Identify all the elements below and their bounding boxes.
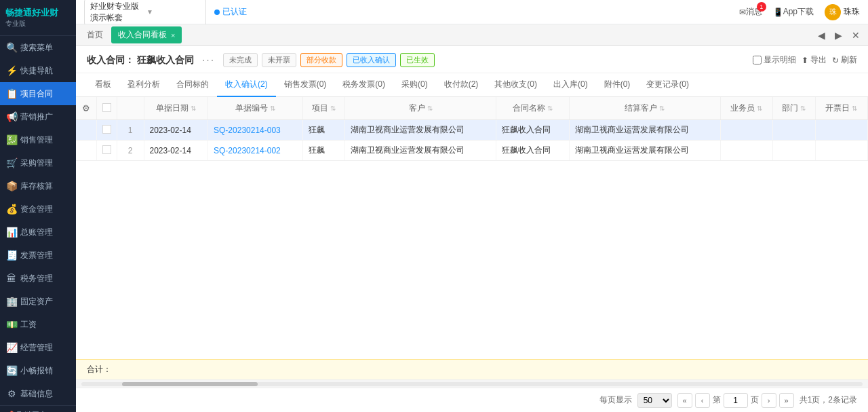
sidebar-label-9: 发票管理 <box>20 250 53 261</box>
select-all-checkbox[interactable] <box>102 103 111 112</box>
sidebar-item-11[interactable]: 🏢固定资产 <box>0 290 76 313</box>
sub-tab-0[interactable]: 看板 <box>87 73 119 97</box>
sort-date-icon[interactable]: ⇅ <box>191 105 196 112</box>
app-name: 畅捷通好业财 <box>5 7 71 19</box>
current-page-input[interactable] <box>724 393 748 408</box>
sort-project-icon[interactable]: ⇅ <box>330 105 336 112</box>
th-setting: ⚙ <box>76 97 96 120</box>
scrollbar-thumb[interactable] <box>122 382 258 386</box>
sub-tab-1[interactable]: 盈利分析 <box>119 73 168 97</box>
nav-next-icon[interactable]: ▶ <box>832 29 845 42</box>
prev-page-button[interactable]: ‹ <box>695 393 710 408</box>
per-page-select[interactable]: 2050100 <box>637 393 672 408</box>
sidebar-item-6[interactable]: 📦库存核算 <box>0 174 76 198</box>
nav-close-icon[interactable]: ✕ <box>849 29 863 42</box>
app-download-button[interactable]: 📱 App下载 <box>773 6 814 18</box>
sidebar-icon-14: 🔄 <box>5 364 18 377</box>
sidebar-item-3[interactable]: 📢营销推广 <box>0 105 76 128</box>
first-page-button[interactable]: « <box>677 393 692 408</box>
next-page-button[interactable]: › <box>762 393 776 408</box>
sidebar-icon-6: 📦 <box>5 180 18 192</box>
last-page-button[interactable]: » <box>779 393 794 408</box>
sidebar-label-4: 销售管理 <box>20 134 53 146</box>
sidebar-item-10[interactable]: 🏛税务管理 <box>0 267 76 290</box>
horizontal-scrollbar[interactable] <box>76 379 868 388</box>
sort-orderno-icon[interactable]: ⇅ <box>270 105 275 112</box>
sidebar-item-7[interactable]: 💰资金管理 <box>0 198 76 221</box>
sidebar-item-1[interactable]: ⚡快捷导航 <box>0 59 76 82</box>
sidebar-item-2[interactable]: 📋项目合同 <box>0 82 76 105</box>
sidebar-item-12[interactable]: 💵工资 <box>0 313 76 336</box>
row-checkbox-0[interactable] <box>96 120 117 141</box>
table-wrapper: ⚙ 单据日期⇅ 单据编号⇅ 项目⇅ 客户⇅ 合同名称⇅ 结算客户⇅ 业务员⇅ 部… <box>76 97 868 359</box>
show-detail-checkbox[interactable]: 显示明细 <box>753 54 796 66</box>
sidebar-item-5[interactable]: 🛒采购管理 <box>0 151 76 174</box>
status-uninvoiced[interactable]: 未开票 <box>262 53 296 67</box>
order-no-link-0[interactable]: SQ-20230214-003 <box>214 126 281 135</box>
sidebar-item-0[interactable]: 🔍搜索菜单 <box>0 36 76 59</box>
sub-tab-2[interactable]: 合同标的 <box>168 73 217 97</box>
user-area[interactable]: 珠 珠珠 <box>825 4 860 20</box>
row-checkbox-input-0[interactable] <box>102 125 111 134</box>
show-detail-input[interactable] <box>753 56 762 64</box>
row-setting-0 <box>76 120 96 141</box>
export-button[interactable]: ⬆ 导出 <box>802 54 827 66</box>
message-icon: ✉ <box>739 7 746 17</box>
gear-icon[interactable]: ⚙ <box>82 103 90 113</box>
content: 收入合同： 狂飙收入合同 ··· 未完成 未开票 部分收款 已收入确认 已生效 … <box>76 46 868 412</box>
row-checkbox-input-1[interactable] <box>102 145 111 154</box>
close-icon[interactable]: × <box>171 31 175 39</box>
total-label: 合计： <box>87 364 111 375</box>
row-salesperson-0 <box>720 120 772 141</box>
sort-customer-icon[interactable]: ⇅ <box>427 105 433 112</box>
avatar: 珠 <box>825 4 841 20</box>
sub-tab-7[interactable]: 收付款(2) <box>436 73 487 97</box>
row-orderno-1[interactable]: SQ-20230214-002 <box>208 141 303 161</box>
tab-home[interactable]: 首页 <box>81 26 108 43</box>
sidebar-item-9[interactable]: 🧾发票管理 <box>0 244 76 267</box>
unpin-button[interactable]: 📌 取消固定 <box>0 405 76 412</box>
tabbar: 首页 收入合同看板 × ◀ ▶ ✕ <box>76 24 868 46</box>
row-checkbox-1[interactable] <box>96 141 117 161</box>
nav-prev-icon[interactable]: ◀ <box>815 29 828 42</box>
th-order-no: 单据编号⇅ <box>208 97 303 120</box>
sort-contractname-icon[interactable]: ⇅ <box>547 105 553 112</box>
status-incomplete[interactable]: 未完成 <box>223 53 258 67</box>
sub-tab-4[interactable]: 销售发票(0) <box>276 73 335 97</box>
sidebar-item-15[interactable]: ⚙基础信息 <box>0 382 76 405</box>
row-salesperson-1 <box>720 141 772 161</box>
th-date: 单据日期⇅ <box>144 97 208 120</box>
sort-opendate-icon[interactable]: ⇅ <box>852 105 857 112</box>
refresh-button[interactable]: ↻ 刷新 <box>832 54 857 66</box>
sub-tab-9[interactable]: 出入库(0) <box>545 73 596 97</box>
table-row[interactable]: 2 2023-02-14 SQ-20230214-002 狂飙 湖南卫视商业运营… <box>76 141 868 161</box>
sidebar-item-13[interactable]: 📈经营管理 <box>0 336 76 359</box>
status-confirmed[interactable]: 已收入确认 <box>347 53 396 67</box>
sort-salesperson-icon[interactable]: ⇅ <box>757 105 762 112</box>
more-actions-button[interactable]: ··· <box>202 54 215 67</box>
row-orderno-0[interactable]: SQ-20230214-003 <box>208 120 303 141</box>
sidebar-item-14[interactable]: 🔄小畅报销 <box>0 359 76 382</box>
sub-tab-6[interactable]: 采购(0) <box>393 73 436 97</box>
order-no-link-1[interactable]: SQ-20230214-002 <box>214 146 281 155</box>
row-settlecustomer-0: 湖南卫视商业运营发展有限公司 <box>569 120 720 141</box>
app-selector[interactable]: 好业财专业版演示帐套 ▼ <box>84 0 206 26</box>
status-effective[interactable]: 已生效 <box>400 53 435 67</box>
sidebar-item-8[interactable]: 📊总账管理 <box>0 221 76 244</box>
sort-department-icon[interactable]: ⇅ <box>800 105 806 112</box>
pagination: 每页显示 2050100 « ‹ 第 页 › » 共1页，2条记录 <box>76 388 868 412</box>
sub-tab-3[interactable]: 收入确认(2) <box>217 73 276 97</box>
page-prefix: 第 <box>713 394 721 406</box>
sub-tab-5[interactable]: 税务发票(0) <box>334 73 393 97</box>
sidebar-icon-0: 🔍 <box>5 41 18 54</box>
message-button[interactable]: ✉ 消息 1 <box>739 6 762 18</box>
username: 珠珠 <box>844 6 860 18</box>
status-partial[interactable]: 部分收款 <box>300 53 342 67</box>
table-row[interactable]: 1 2023-02-14 SQ-20230214-003 狂飙 湖南卫视商业运营… <box>76 120 868 141</box>
tab-income-contract[interactable]: 收入合同看板 × <box>111 26 182 43</box>
sub-tab-11[interactable]: 变更记录(0) <box>638 73 697 97</box>
sidebar-item-4[interactable]: 💹销售管理 <box>0 128 76 151</box>
sub-tab-8[interactable]: 其他收支(0) <box>486 73 545 97</box>
sub-tab-10[interactable]: 附件(0) <box>596 73 639 97</box>
sort-settlecustomer-icon[interactable]: ⇅ <box>659 105 665 112</box>
